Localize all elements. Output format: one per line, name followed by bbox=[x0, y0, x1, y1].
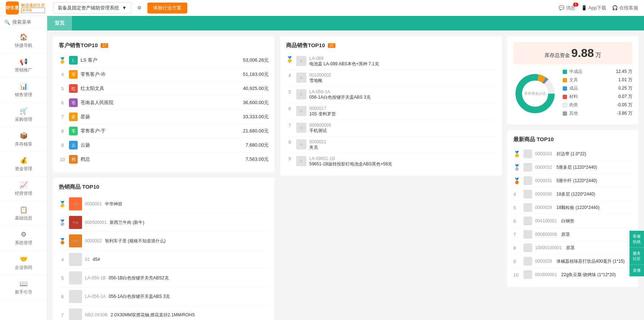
hot-products-header: 热销商品 TOP10 bbox=[59, 184, 269, 190]
book-icon: 📖 bbox=[20, 280, 28, 288]
sidebar-item-label: 快捷导航 bbox=[15, 42, 32, 49]
inventory-chart-container: 库存资金占比 半成品 12.45 万 文具 1.01 万 bbox=[513, 69, 632, 119]
product-code: 000800005 bbox=[309, 123, 496, 128]
sidebar-item-finance[interactable]: 💰 资金管理 bbox=[0, 152, 47, 177]
rank-num: 8 bbox=[513, 245, 521, 251]
rank-amount: 53,006.26元 bbox=[243, 57, 269, 63]
sidebar-item-enterprise[interactable]: 🤝 企业协同 bbox=[0, 251, 47, 275]
new-products-title: 最新商品 TOP10 bbox=[513, 136, 554, 143]
medal-icon: 🥈 bbox=[513, 164, 521, 171]
sidebar-item-sales[interactable]: 📊 销售管理 bbox=[0, 78, 47, 103]
rank-name: 零售客户-于 bbox=[81, 128, 240, 134]
inventory-card: 库存总资金 9.88 万 bbox=[508, 36, 638, 124]
sidebar-item-inventory[interactable]: 📦 库存核算 bbox=[0, 127, 47, 152]
logo-badge: 标准版 bbox=[21, 8, 45, 13]
donut-center-label: 库存资金占比 bbox=[524, 91, 546, 96]
list-item: 7 000800008 原茎 bbox=[513, 228, 632, 241]
rank-badge: 云 bbox=[69, 141, 78, 149]
list-item: 🥉 img 0000002 智利车子里 (规格不知道填什么) bbox=[59, 232, 269, 250]
sidebar-item-system[interactable]: ⚙ 系统管理 bbox=[0, 226, 47, 251]
sidebar-item-guide[interactable]: 📖 新手引导 bbox=[0, 275, 47, 300]
message-badge: 6 bbox=[573, 3, 578, 7]
grid-container: 客户销售TOP10 27 🥇 L LS 客户 53,006.26元 4 零 bbox=[47, 30, 644, 320]
float-btn-community[interactable]: 服务社区 bbox=[629, 248, 644, 265]
sidebar-item-basics[interactable]: 📋 基础信息 bbox=[0, 201, 47, 226]
float-btn-service[interactable]: 客服热线 bbox=[629, 231, 644, 248]
product-name: 中华神箭 bbox=[105, 201, 122, 207]
sidebar-item-label: 企业协同 bbox=[15, 264, 32, 271]
rank-badge: 星 bbox=[69, 112, 78, 121]
product-code: 000500001 bbox=[85, 220, 107, 225]
trending-icon: 📈 bbox=[20, 181, 28, 189]
legend-name: 文具 bbox=[569, 77, 616, 83]
sidebar-item-marketing[interactable]: 📢 营销推广 bbox=[0, 53, 47, 78]
new-products-header: 最新商品 TOP10 bbox=[513, 136, 632, 143]
rank-amount: 33,333.00元 bbox=[243, 114, 269, 120]
list-item: 5 LA-056-1B 056-1B白色按键开关壳ABS2克 bbox=[59, 269, 269, 287]
sidebar-item-purchase[interactable]: 🛒 采购管理 bbox=[0, 103, 47, 127]
rank-num: 8 bbox=[286, 139, 293, 145]
product-name: 18颗粒板 (1220*2440) bbox=[557, 205, 600, 211]
rank-num: 4 bbox=[513, 192, 521, 197]
list-item: 6 苍 苍南县人民医院 36,600.00元 bbox=[59, 96, 269, 110]
legend-name: 肉类 bbox=[569, 102, 615, 108]
legend-item: 材料 0.07 万 bbox=[563, 94, 632, 100]
dropdown-icon: ▼ bbox=[122, 5, 127, 11]
medal-icon: 🥇 bbox=[513, 151, 521, 157]
product-code: 0000001 bbox=[85, 201, 102, 206]
online-service-button[interactable]: 🎧 在线客服 bbox=[612, 5, 638, 11]
product-info: 001000002 雪地靴 bbox=[309, 73, 496, 84]
product-code: 0000032 bbox=[535, 165, 552, 170]
product-name: 5厘中纤 (1220*2440) bbox=[557, 178, 597, 184]
list-item: 7 星 星扬 33,333.00元 bbox=[59, 110, 269, 124]
home-icon: 🏠 bbox=[20, 33, 28, 41]
rank-num: 9 bbox=[59, 143, 66, 148]
list-item: 4 G 001000002 雪地靴 bbox=[286, 70, 496, 87]
search-menu-item[interactable]: 🔍 搜索菜单 bbox=[0, 16, 47, 29]
product-name: 雪地靴 bbox=[309, 78, 496, 84]
rank-amount: 36,600.00元 bbox=[243, 99, 269, 106]
legend-item: 文具 1.01 万 bbox=[563, 77, 632, 83]
rank-num: 6 bbox=[286, 106, 293, 111]
product-code: 01 bbox=[85, 257, 90, 262]
medal-bronze-icon: 🥉 bbox=[59, 238, 66, 245]
product-image bbox=[523, 257, 532, 266]
rank-num: 10 bbox=[59, 157, 66, 162]
list-item: 🥇 img 0000001 中华神箭 bbox=[59, 195, 269, 213]
settings-button[interactable]: ⚙ bbox=[134, 3, 144, 13]
message-button[interactable]: 💬 消息 6 bbox=[559, 5, 575, 11]
rank-num: 5 bbox=[513, 205, 521, 210]
float-btn-label: 直播 bbox=[633, 268, 641, 272]
sidebar-item-label: 采购管理 bbox=[15, 116, 32, 123]
right-column: 库存总资金 9.88 万 bbox=[508, 36, 638, 320]
product-name: 原茎 bbox=[561, 231, 570, 238]
layout: 🔍 搜索菜单 🏠 快捷导航 📢 营销推广 📊 销售管理 🛒 采购管理 📦 库存核… bbox=[0, 0, 644, 320]
product-name: 白钢垫 bbox=[561, 218, 574, 224]
hot-products-title: 热销商品 TOP10 bbox=[59, 184, 99, 190]
product-code: 000800008 bbox=[535, 232, 557, 237]
product-name: 新西兰牛肉 (新牛) bbox=[110, 220, 144, 226]
sidebar-item-label: 销售管理 bbox=[15, 92, 32, 98]
float-btn-broadcast[interactable]: 直播 bbox=[629, 265, 644, 276]
legend-value: 0.07 万 bbox=[618, 94, 632, 100]
main-nav: 首页 bbox=[47, 16, 644, 30]
product-image: img bbox=[69, 234, 82, 247]
product-code: 003800001 bbox=[535, 272, 557, 277]
app-download-button[interactable]: 📱 App下载 bbox=[581, 5, 606, 11]
product-name: 封边带 (1.0*22) bbox=[557, 151, 586, 157]
product-name: 10S 变料罗货 bbox=[309, 111, 496, 117]
system-selector[interactable]: 装备及固定资产辅助管理系统 ▼ bbox=[53, 2, 131, 14]
rank-num: 4 bbox=[59, 257, 66, 262]
rank-badge: 零 bbox=[69, 70, 78, 79]
product-code: 0000017 bbox=[309, 106, 496, 111]
sidebar-item-nav[interactable]: 🏠 快捷导航 bbox=[0, 29, 47, 53]
sidebar-item-operations[interactable]: 📈 经营管理 bbox=[0, 177, 47, 201]
legend-name: 成品 bbox=[569, 85, 616, 91]
donut-chart: 库存资金占比 bbox=[513, 72, 557, 115]
rank-num: 7 bbox=[286, 123, 293, 128]
nav-item-home[interactable]: 首页 bbox=[47, 16, 72, 30]
medal-gold-icon: 🥇 bbox=[59, 201, 66, 208]
trial-button[interactable]: 体验行业方案 bbox=[147, 3, 187, 13]
list-item: 8 零 零售客户-于 21,680.00元 bbox=[59, 124, 269, 138]
money-icon: 💰 bbox=[20, 156, 28, 164]
